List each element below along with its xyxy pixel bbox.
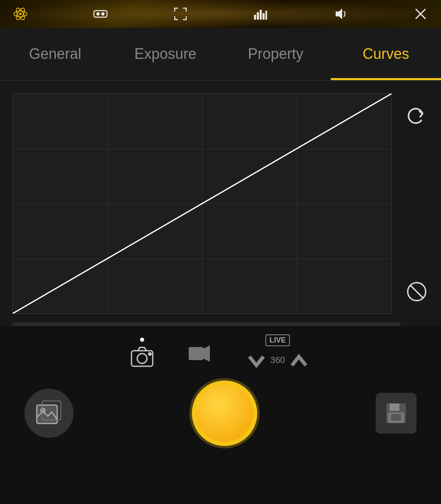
svg-point-20 [137, 354, 147, 363]
save-button[interactable] [376, 393, 416, 434]
svg-point-5 [96, 12, 100, 16]
close-icon[interactable] [410, 3, 431, 25]
expand-icon[interactable] [170, 3, 191, 25]
gallery-button[interactable] [24, 389, 74, 438]
svg-marker-23 [203, 345, 210, 362]
mode-row: LIVE 360 [0, 326, 441, 376]
svg-rect-11 [263, 13, 265, 20]
curve-graph[interactable] [12, 93, 392, 314]
side-buttons [400, 93, 433, 314]
atom-icon[interactable] [10, 3, 31, 25]
shutter-inner [196, 385, 253, 442]
curve-line [13, 94, 392, 314]
svg-marker-13 [336, 9, 342, 19]
shutter-button[interactable] [192, 381, 257, 446]
tab-general[interactable]: General [0, 28, 110, 80]
clear-button[interactable] [402, 277, 431, 306]
volume-icon[interactable] [330, 3, 351, 25]
svg-rect-9 [257, 12, 259, 20]
live360-chevron2-icon [287, 348, 311, 372]
live360-sub: 360 [270, 355, 285, 365]
tab-curves[interactable]: Curves [331, 28, 441, 80]
svg-line-18 [410, 285, 423, 298]
photo-mode-button[interactable] [130, 338, 154, 370]
svg-rect-8 [254, 15, 256, 20]
svg-rect-12 [265, 11, 267, 20]
tab-property[interactable]: Property [220, 28, 331, 80]
svg-rect-22 [189, 347, 203, 360]
vr-icon[interactable] [90, 3, 111, 25]
bottom-area: LIVE 360 [0, 326, 441, 504]
svg-line-16 [13, 94, 392, 314]
reset-button[interactable] [402, 101, 431, 130]
live360-chevron-icon [244, 348, 269, 372]
svg-point-21 [149, 353, 151, 355]
svg-rect-28 [390, 403, 399, 411]
svg-rect-10 [260, 10, 262, 20]
capture-row [0, 376, 441, 462]
live360-mode-button[interactable]: LIVE 360 [244, 334, 312, 372]
live-label: LIVE [265, 334, 290, 346]
tabs: General Exposure Property Curves [0, 28, 441, 81]
svg-point-6 [101, 12, 105, 16]
chart-icon[interactable] [250, 3, 271, 25]
camera-video-icon [187, 341, 212, 366]
camera-photo-icon [130, 345, 154, 370]
gallery-icon [35, 399, 63, 428]
svg-rect-30 [391, 414, 401, 421]
tab-exposure[interactable]: Exposure [110, 28, 220, 80]
top-banner [0, 0, 441, 28]
main-content [0, 81, 441, 326]
curves-editor [0, 81, 441, 322]
save-icon [384, 401, 408, 426]
photo-mode-dot [140, 338, 144, 342]
svg-point-3 [19, 13, 22, 15]
video-mode-button[interactable] [187, 341, 212, 366]
